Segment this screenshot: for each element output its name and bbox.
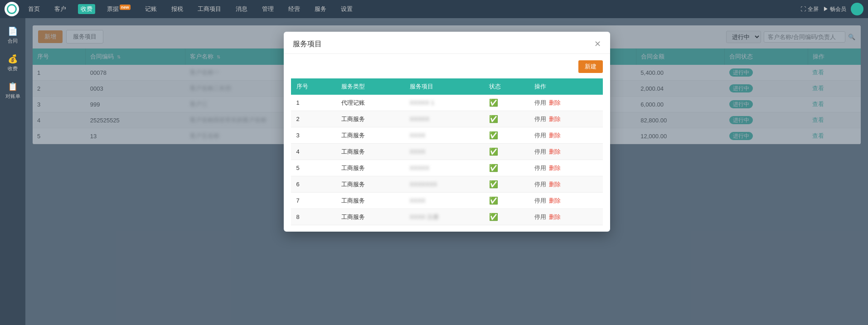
modal-body: 新建 序号 服务类型 服务项目 状态 操作 xyxy=(284,54,610,232)
stop-button-6[interactable]: 停用 xyxy=(534,181,546,188)
modal-col-type: 服务类型 xyxy=(336,78,404,95)
new-badge: new xyxy=(120,5,131,10)
nav-message[interactable]: 消息 xyxy=(233,4,250,14)
status-check-icon: ✅ xyxy=(489,180,498,188)
sidebar-label-contract: 合同 xyxy=(8,38,18,44)
modal-row: 1 代理记账 XXXXX 1 ✅ 停用删除 xyxy=(291,95,603,111)
stop-button-3[interactable]: 停用 xyxy=(534,132,546,139)
delete-button-4[interactable]: 删除 xyxy=(549,148,561,155)
service-item-modal: 服务项目 ✕ 新建 序号 服务类型 服务项目 状态 xyxy=(284,32,610,232)
stop-button-2[interactable]: 停用 xyxy=(534,116,546,122)
reconcile-icon: 📋 xyxy=(8,82,18,92)
modal-col-seq: 序号 xyxy=(291,78,336,95)
sidebar-item-reconcile[interactable]: 📋 对账单 xyxy=(1,78,24,103)
nav-customer[interactable]: 客户 xyxy=(52,4,69,14)
nav-invoice[interactable]: 票据new xyxy=(104,4,133,14)
stop-button-1[interactable]: 停用 xyxy=(534,99,546,106)
sidebar-label-fee: 收费 xyxy=(8,65,18,72)
nav-operation[interactable]: 经营 xyxy=(286,4,303,14)
stop-button-4[interactable]: 停用 xyxy=(534,148,546,155)
status-check-icon: ✅ xyxy=(489,213,498,221)
delete-button-1[interactable]: 删除 xyxy=(549,99,561,106)
nav-tax[interactable]: 报税 xyxy=(169,4,186,14)
modal-overlay[interactable]: 服务项目 ✕ 新建 序号 服务类型 服务项目 状态 xyxy=(25,18,868,325)
modal-col-item: 服务项目 xyxy=(404,78,484,95)
contract-icon: 📄 xyxy=(8,26,18,36)
modal-row: 6 工商服务 XXXXXXX ✅ 停用删除 xyxy=(291,176,603,193)
sidebar-item-fee[interactable]: 💰 收费 xyxy=(1,50,24,76)
fee-icon: 💰 xyxy=(8,54,18,64)
status-check-icon: ✅ xyxy=(489,148,498,155)
status-check-icon: ✅ xyxy=(489,131,498,139)
nav-settings[interactable]: 设置 xyxy=(338,4,355,14)
modal-col-status: 状态 xyxy=(484,78,529,95)
logo-icon xyxy=(7,4,17,14)
content-area: 新增 服务项目 进行中 全部 已终止 🔍 序号 合同编码 xyxy=(25,18,868,325)
service-items-table: 序号 服务类型 服务项目 状态 操作 1 代理记账 XXXXX xyxy=(291,78,603,225)
stop-button-8[interactable]: 停用 xyxy=(534,213,546,220)
nav-right: ⛶ 全屏 ▶ 畅会员 xyxy=(800,3,863,15)
status-check-icon: ✅ xyxy=(489,115,498,123)
nav-accounting[interactable]: 记账 xyxy=(142,4,160,14)
delete-button-8[interactable]: 删除 xyxy=(549,213,561,220)
nav-business[interactable]: 工商项目 xyxy=(195,4,224,14)
status-check-icon: ✅ xyxy=(489,99,498,107)
stop-button-5[interactable]: 停用 xyxy=(534,165,546,171)
sidebar-label-reconcile: 对账单 xyxy=(5,93,20,100)
sidebar-item-contract[interactable]: 📄 合同 xyxy=(1,23,24,48)
logo xyxy=(5,2,19,16)
delete-button-7[interactable]: 删除 xyxy=(549,197,561,204)
modal-close-button[interactable]: ✕ xyxy=(594,39,601,49)
main-layout: 📄 合同 💰 收费 📋 对账单 新增 服务项目 进行中 全部 已终止 xyxy=(0,18,868,325)
delete-button-3[interactable]: 删除 xyxy=(549,132,561,139)
modal-header: 服务项目 ✕ xyxy=(284,32,610,54)
user-avatar[interactable] xyxy=(851,3,863,15)
nav-service[interactable]: 服务 xyxy=(312,4,329,14)
modal-row: 4 工商服务 XXXX ✅ 停用删除 xyxy=(291,144,603,160)
modal-title: 服务项目 xyxy=(293,39,322,49)
top-nav: 首页 客户 收费 票据new 记账 报税 工商项目 消息 管理 经营 服务 设置… xyxy=(0,0,868,18)
fullscreen-button[interactable]: ⛶ 全屏 xyxy=(800,5,818,13)
status-check-icon: ✅ xyxy=(489,164,498,172)
stop-button-7[interactable]: 停用 xyxy=(534,197,546,204)
modal-row: 7 工商服务 XXXX ✅ 停用删除 xyxy=(291,193,603,209)
sidebar: 📄 合同 💰 收费 📋 对账单 xyxy=(0,18,25,325)
modal-row: 8 工商服务 XXXX 注册 ✅ 停用删除 xyxy=(291,209,603,225)
delete-button-5[interactable]: 删除 xyxy=(549,165,561,171)
vip-button[interactable]: ▶ 畅会员 xyxy=(823,5,846,13)
modal-row: 2 工商服务 XXXXX ✅ 停用删除 xyxy=(291,111,603,127)
nav-items: 首页 客户 收费 票据new 记账 报税 工商项目 消息 管理 经营 服务 设置 xyxy=(25,4,800,14)
modal-row: 3 工商服务 XXXX ✅ 停用删除 xyxy=(291,127,603,144)
modal-row: 5 工商服务 XXXXX ✅ 停用删除 xyxy=(291,160,603,176)
delete-button-2[interactable]: 删除 xyxy=(549,116,561,122)
nav-manage[interactable]: 管理 xyxy=(259,4,276,14)
nav-home[interactable]: 首页 xyxy=(25,4,43,14)
status-check-icon: ✅ xyxy=(489,197,498,204)
modal-col-action: 操作 xyxy=(529,78,603,95)
nav-fee[interactable]: 收费 xyxy=(78,4,95,14)
delete-button-6[interactable]: 删除 xyxy=(549,181,561,188)
modal-new-button[interactable]: 新建 xyxy=(578,60,603,73)
modal-toolbar: 新建 xyxy=(291,60,603,73)
